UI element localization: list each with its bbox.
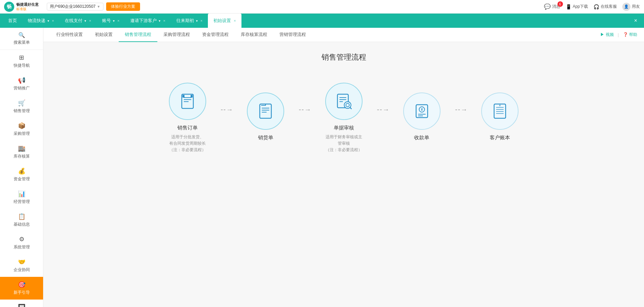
sidebar-item-purchase[interactable]: 📦 采购管理 <box>0 118 43 141</box>
sub-tab-purchase-flow-label: 采购管理流程 <box>163 32 190 38</box>
nav-account-close[interactable]: × <box>117 19 119 23</box>
divider: | <box>618 33 619 37</box>
flow-desc-doc-review: 适用于财务审核或主管审核（注：非必要流程） <box>326 134 362 154</box>
svg-rect-6 <box>260 104 271 118</box>
sub-tab-finance-flow[interactable]: 资金管理流程 <box>196 28 235 42</box>
app-icon: 📱 <box>566 4 571 9</box>
user-name: 用友 <box>632 4 640 9</box>
sidebar-item-label-inventory: 库存核算 <box>14 154 30 159</box>
flow-circle-receipt: ¥ <box>403 93 441 130</box>
nav-history[interactable]: 往来期初 ▾ × <box>171 14 208 28</box>
flow-item-sales-invoice[interactable]: 销货单 <box>235 93 296 144</box>
user-menu[interactable]: 👤 用友 <box>622 3 640 11</box>
sidebar-item-quick-nav[interactable]: ⊞ 快捷导航 <box>0 50 43 73</box>
nav-home[interactable]: 首页 <box>3 14 22 28</box>
sidebar-item-label-finance: 资金管理 <box>14 176 30 182</box>
top-bar-right: 💬 消息 6 📱 App下载 🎧 在线客服 👤 用友 <box>544 3 640 11</box>
sidebar-item-finance[interactable]: 💰 资金管理 <box>0 163 43 186</box>
sub-tab-marketing-flow[interactable]: 营销管理流程 <box>273 28 312 42</box>
collab-icon: 🤝 <box>18 258 25 266</box>
sidebar-item-label-beginner: 新手引导 <box>14 290 30 295</box>
nav-invite-arrow: ▾ <box>159 19 160 23</box>
flow-item-sales-order[interactable]: 销售订单 适用于分批发货、有合同发货周期较长（注：非必要流程） <box>157 83 218 154</box>
sidebar: 🔍 搜索菜单 ⊞ 快捷导航 📢 营销推广 🛒 销售管理 📦 采购管理 🏬 库存核… <box>0 28 43 307</box>
logo-area: 畅 畅捷通好生意 标准版 <box>4 2 39 12</box>
svg-line-16 <box>350 107 351 109</box>
svg-rect-4 <box>182 95 184 98</box>
main-layout: 🔍 搜索菜单 ⊞ 快捷导航 📢 营销推广 🛒 销售管理 📦 采购管理 🏬 库存核… <box>0 28 644 307</box>
flow-item-receipt[interactable]: ¥ 收款单 <box>391 93 452 144</box>
search-icon: 🔍 <box>18 32 25 38</box>
sidebar-item-label-collab: 企业协同 <box>14 267 30 273</box>
flow-label-receipt: 收款单 <box>414 135 429 141</box>
flow-arrow-1: - - → <box>221 106 232 114</box>
nav-history-arrow: ▾ <box>196 19 198 23</box>
online-service-btn[interactable]: 🎧 在线客服 <box>593 4 617 9</box>
flow-circle-sales-order <box>169 83 206 120</box>
sidebar-search[interactable]: 🔍 搜索菜单 <box>0 28 43 50</box>
sub-tab-init-label: 初始设置 <box>95 32 113 38</box>
svg-text:¥: ¥ <box>421 108 423 111</box>
flow-diagram: 销售订单 适用于分批发货、有合同发货周期较长（注：非必要流程） - - → <box>54 83 634 154</box>
nav-history-close[interactable]: × <box>200 19 202 23</box>
nav-invite-close[interactable]: × <box>163 19 165 23</box>
flow-item-customer-ledger[interactable]: ¥ 客户账本 <box>469 93 530 144</box>
sub-tab-purchase-flow[interactable]: 采购管理流程 <box>157 28 196 42</box>
sidebar-item-label-marketing: 营销推广 <box>14 85 30 91</box>
logo-icon: 畅 <box>4 2 14 12</box>
sub-tab-industry[interactable]: 行业特性设置 <box>50 28 89 42</box>
svg-rect-5 <box>191 95 193 98</box>
sub-tab-marketing-flow-label: 营销管理流程 <box>279 32 306 38</box>
flow-item-doc-review[interactable]: 单据审核 适用于财务审核或主管审核（注：非必要流程） <box>313 83 374 154</box>
nav-history-label: 往来期初 <box>176 18 194 24</box>
sidebar-item-corp-collab[interactable]: 🤝 企业协同 <box>0 254 43 277</box>
nav-logistics-close[interactable]: × <box>52 19 54 23</box>
nav-payment[interactable]: 在线支付 ▾ × <box>59 14 96 28</box>
nav-close-all[interactable]: × <box>630 18 641 24</box>
logo-title: 畅捷通好生意 <box>16 2 39 7</box>
headset-icon: 🎧 <box>593 4 599 9</box>
nav-init-setting[interactable]: 初始设置 × <box>208 14 241 28</box>
sidebar-item-marketing-promo[interactable]: 📢 营销推广 <box>0 73 43 95</box>
user-selector[interactable]: 用户690企业1660120507 ▼ <box>47 3 103 11</box>
nav-home-label: 首页 <box>8 18 17 24</box>
sub-tab-industry-label: 行业特性设置 <box>56 32 83 38</box>
sales-invoice-icon <box>257 103 274 120</box>
flow-circle-doc-review <box>325 83 363 120</box>
flow-circle-customer-ledger: ¥ <box>481 93 519 130</box>
sub-tab-init[interactable]: 初始设置 <box>89 28 119 42</box>
nav-payment-close[interactable]: × <box>89 19 91 23</box>
help-btn[interactable]: ❓ 帮助 <box>623 32 637 38</box>
sub-tab-sales-flow-label: 销售管理流程 <box>125 32 151 38</box>
customer-ledger-icon: ¥ <box>491 103 508 120</box>
avatar: 👤 <box>622 3 630 11</box>
nav-init-setting-close[interactable]: × <box>234 19 236 23</box>
sidebar-item-label-sales: 销售管理 <box>14 108 30 114</box>
flow-label-doc-review: 单据审核 <box>334 125 354 131</box>
sidebar-item-system[interactable]: ⚙ 系统管理 <box>0 231 43 254</box>
sidebar-item-inventory[interactable]: 🏬 库存核算 <box>0 141 43 163</box>
trial-btn[interactable]: 体验行业方案 <box>106 2 140 11</box>
nav-account[interactable]: 账号 ▾ × <box>97 14 125 28</box>
sidebar-item-sales[interactable]: 🛒 销售管理 <box>0 95 43 118</box>
sidebar-search-label: 搜索菜单 <box>14 40 30 45</box>
message-btn[interactable]: 💬 消息 6 <box>544 3 560 10</box>
sales-order-icon <box>179 93 196 110</box>
beginner-icon: 🎯 <box>18 281 25 288</box>
app-download-btn[interactable]: 📱 App下载 <box>566 4 588 9</box>
purchase-icon: 📦 <box>18 122 25 129</box>
sidebar-item-app-center[interactable]: 🔲 应用中心 <box>0 300 43 307</box>
video-btn[interactable]: ▶ 视频 <box>600 32 613 38</box>
sub-tab-sales-flow[interactable]: 销售管理流程 <box>119 28 157 42</box>
sidebar-item-beginner[interactable]: 🎯 新手引导 <box>0 277 43 300</box>
nav-invite[interactable]: 邀请下游客户 ▾ × <box>125 14 171 28</box>
sidebar-item-label-basic: 基础信息 <box>14 222 30 227</box>
page-title: 销售管理流程 <box>54 52 634 62</box>
nav-logistics[interactable]: 物流快递 ▾ × <box>22 14 59 28</box>
sub-tab-inventory-flow[interactable]: 库存核算流程 <box>235 28 273 42</box>
nav-init-setting-label: 初始设置 <box>213 18 231 24</box>
sidebar-item-label-purchase: 采购管理 <box>14 131 30 137</box>
quick-nav-icon: ⊞ <box>19 54 24 61</box>
sidebar-item-basic-info[interactable]: 📋 基础信息 <box>0 209 43 231</box>
sidebar-item-ops[interactable]: 📊 经营管理 <box>0 186 43 209</box>
